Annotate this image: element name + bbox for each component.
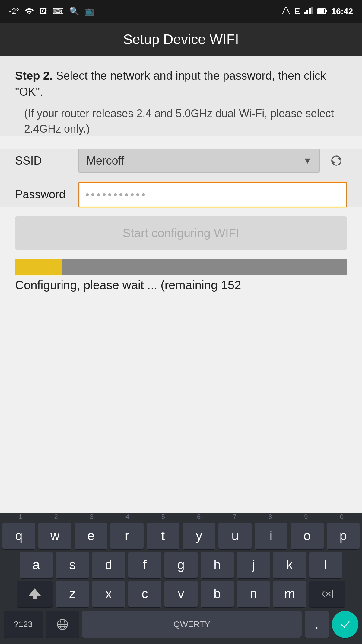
status-bar: -2° 🖼 ⌨ 🔍 📺 E bbox=[0, 0, 362, 23]
key-c[interactable]: c bbox=[128, 581, 161, 607]
key-x[interactable]: x bbox=[92, 581, 125, 607]
key-h[interactable]: h bbox=[201, 552, 234, 578]
svg-rect-4 bbox=[306, 10, 308, 14]
key-q[interactable]: q bbox=[2, 523, 35, 549]
key-k[interactable]: k bbox=[273, 552, 306, 578]
status-right: E 16:42 bbox=[282, 6, 353, 17]
space-key[interactable]: QWERTY bbox=[82, 611, 302, 638]
signal-icon bbox=[282, 6, 290, 17]
ssid-value: Mercoff bbox=[86, 154, 124, 167]
dropdown-arrow-icon: ▼ bbox=[303, 155, 312, 166]
wifi-icon bbox=[25, 7, 34, 16]
battery-icon bbox=[317, 7, 327, 16]
keyboard-number-hints: 1 2 3 4 5 6 7 8 9 0 bbox=[0, 513, 362, 521]
num-hint-4: 4 bbox=[110, 513, 145, 521]
progress-wrapper bbox=[0, 259, 362, 275]
svg-rect-8 bbox=[326, 10, 327, 12]
svg-rect-9 bbox=[318, 9, 324, 13]
svg-rect-6 bbox=[311, 7, 313, 14]
step-detail: Select the network and input the passwor… bbox=[15, 69, 326, 98]
status-left: -2° 🖼 ⌨ 🔍 📺 bbox=[9, 7, 94, 16]
password-input[interactable] bbox=[78, 182, 347, 207]
progress-bar-container bbox=[15, 259, 347, 275]
password-label: Password bbox=[15, 188, 78, 201]
title-bar: Setup Device WIFI bbox=[0, 23, 362, 56]
refresh-button[interactable] bbox=[326, 150, 347, 171]
key-m[interactable]: m bbox=[273, 581, 306, 607]
svg-marker-11 bbox=[337, 158, 340, 161]
svg-point-0 bbox=[28, 13, 30, 14]
key-a[interactable]: a bbox=[20, 552, 53, 578]
num-hint-6: 6 bbox=[181, 513, 217, 521]
num-hint-2: 2 bbox=[38, 513, 74, 521]
key-l[interactable]: l bbox=[309, 552, 342, 578]
num-hint-0: 0 bbox=[324, 513, 360, 521]
configure-wifi-label: Start configuring WIFI bbox=[123, 226, 240, 240]
key-d[interactable]: d bbox=[92, 552, 125, 578]
key-r[interactable]: r bbox=[110, 523, 143, 549]
svg-line-2 bbox=[282, 7, 286, 14]
form-area: SSID Mercoff ▼ Password bbox=[0, 149, 362, 207]
key-s[interactable]: s bbox=[56, 552, 89, 578]
progress-bar-fill bbox=[15, 259, 62, 275]
delete-key[interactable] bbox=[309, 581, 345, 607]
key-u[interactable]: u bbox=[218, 523, 251, 549]
keyboard-icon: ⌨ bbox=[52, 7, 64, 16]
num-hint-3: 3 bbox=[74, 513, 110, 521]
progress-text: Configuring, please wait ... (remaining … bbox=[0, 278, 362, 292]
svg-rect-13 bbox=[33, 598, 37, 599]
keyboard-row-1: q w e r t y u i o p bbox=[0, 521, 362, 550]
step-bold: Step 2. bbox=[15, 69, 53, 82]
key-w[interactable]: w bbox=[38, 523, 71, 549]
enter-key[interactable] bbox=[332, 611, 358, 638]
num-hint-7: 7 bbox=[217, 513, 252, 521]
key-e[interactable]: e bbox=[75, 523, 107, 549]
step-note: (If your router releases 2.4 and 5.0GHz … bbox=[24, 106, 347, 136]
num-hint-8: 8 bbox=[252, 513, 288, 521]
search-icon: 🔍 bbox=[69, 7, 79, 16]
step-instruction: Step 2. Select the network and input the… bbox=[15, 68, 347, 100]
key-o[interactable]: o bbox=[291, 523, 323, 549]
symbol-key[interactable]: ?123 bbox=[4, 611, 43, 638]
key-y[interactable]: y bbox=[183, 523, 215, 549]
svg-marker-12 bbox=[29, 588, 41, 599]
svg-marker-1 bbox=[282, 7, 290, 14]
configure-wifi-button[interactable]: Start configuring WIFI bbox=[15, 216, 347, 250]
svg-rect-5 bbox=[309, 8, 311, 14]
progress-section: Configuring, please wait ... (remaining … bbox=[0, 250, 362, 292]
main-content: Step 2. Select the network and input the… bbox=[0, 56, 362, 136]
time: 16:42 bbox=[331, 7, 353, 16]
ssid-dropdown[interactable]: Mercoff ▼ bbox=[78, 149, 320, 173]
key-z[interactable]: z bbox=[56, 581, 89, 607]
key-j[interactable]: j bbox=[237, 552, 270, 578]
period-key[interactable]: . bbox=[305, 611, 329, 638]
keyboard-row-3: z x c v b n m bbox=[0, 579, 362, 608]
key-v[interactable]: v bbox=[164, 581, 198, 607]
globe-key[interactable] bbox=[46, 611, 79, 638]
num-hint-9: 9 bbox=[288, 513, 324, 521]
keyboard-row-2: a s d f g h j k l bbox=[0, 550, 362, 579]
key-g[interactable]: g bbox=[164, 552, 198, 578]
shift-key[interactable] bbox=[17, 581, 53, 607]
password-row: Password bbox=[15, 182, 347, 207]
network-bars bbox=[304, 7, 313, 16]
ssid-row: SSID Mercoff ▼ bbox=[15, 149, 347, 173]
svg-rect-3 bbox=[304, 12, 306, 14]
image-icon: 🖼 bbox=[39, 7, 47, 16]
carrier-letter: E bbox=[294, 7, 300, 16]
key-i[interactable]: i bbox=[255, 523, 287, 549]
page-title: Setup Device WIFI bbox=[123, 31, 239, 47]
key-t[interactable]: t bbox=[147, 523, 179, 549]
svg-marker-10 bbox=[332, 160, 335, 163]
key-b[interactable]: b bbox=[201, 581, 234, 607]
keyboard-bottom-row: ?123 QWERTY . bbox=[0, 608, 362, 644]
temperature: -2° bbox=[9, 7, 19, 16]
key-f[interactable]: f bbox=[128, 552, 161, 578]
ssid-label: SSID bbox=[15, 154, 78, 167]
cast-icon: 📺 bbox=[84, 7, 94, 16]
key-n[interactable]: n bbox=[237, 581, 270, 607]
key-p[interactable]: p bbox=[327, 523, 360, 549]
num-hint-5: 5 bbox=[145, 513, 181, 521]
keyboard: 1 2 3 4 5 6 7 8 9 0 q w e r t y u i o p … bbox=[0, 513, 362, 644]
num-hint-1: 1 bbox=[2, 513, 38, 521]
